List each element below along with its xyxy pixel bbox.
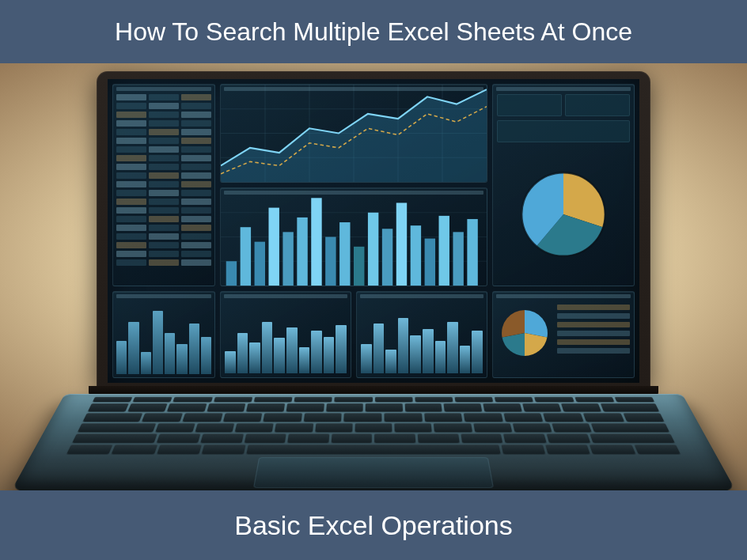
svg-rect-23 <box>396 202 407 286</box>
svg-rect-22 <box>382 229 392 286</box>
small-bar-chart <box>356 291 487 378</box>
trackpad <box>253 457 494 487</box>
svg-rect-25 <box>425 239 435 286</box>
svg-rect-13 <box>255 242 265 286</box>
keyboard <box>66 397 680 454</box>
svg-rect-20 <box>354 247 364 286</box>
mini-chart <box>497 120 630 142</box>
pie-chart-panel-top <box>492 84 635 286</box>
title-banner: How To Search Multiple Excel Sheets At O… <box>0 0 747 63</box>
svg-rect-24 <box>411 225 421 286</box>
small-bar-charts-row <box>220 291 487 378</box>
category-label: Basic Excel Operations <box>234 510 513 541</box>
pie-chart-panel-bottom <box>492 291 635 378</box>
bar-chart-panel <box>220 187 487 286</box>
laptop-screen-bezel <box>97 71 650 388</box>
svg-rect-26 <box>439 216 449 286</box>
svg-rect-19 <box>339 222 350 286</box>
mini-chart <box>565 94 630 116</box>
svg-rect-11 <box>226 261 237 286</box>
svg-rect-18 <box>325 237 336 286</box>
laptop-screen <box>108 79 639 383</box>
svg-rect-28 <box>467 219 477 286</box>
footer-banner: Basic Excel Operations <box>0 490 747 560</box>
hero-illustration <box>0 63 747 490</box>
small-bar-chart-panel <box>112 291 215 378</box>
bar-chart-icon <box>221 188 487 286</box>
svg-rect-14 <box>268 208 279 286</box>
legend <box>557 301 630 373</box>
laptop-illustration <box>65 71 682 490</box>
line-chart-panel <box>220 84 487 183</box>
line-chart-icon <box>221 85 487 182</box>
pie-chart-icon <box>499 307 551 359</box>
small-bar-chart <box>220 291 351 378</box>
svg-rect-21 <box>368 213 378 286</box>
svg-rect-16 <box>297 218 307 286</box>
pie-chart-icon <box>516 167 611 262</box>
svg-rect-12 <box>241 227 251 286</box>
mini-chart <box>497 94 562 116</box>
svg-rect-17 <box>311 198 321 286</box>
svg-rect-15 <box>282 232 293 286</box>
data-list-panel <box>112 84 215 286</box>
laptop-keyboard-deck <box>11 394 736 490</box>
page-title: How To Search Multiple Excel Sheets At O… <box>115 17 632 47</box>
svg-rect-27 <box>453 232 463 286</box>
